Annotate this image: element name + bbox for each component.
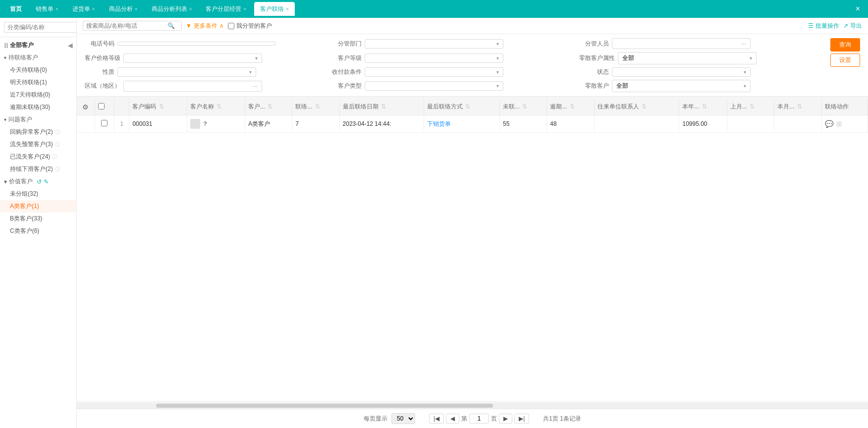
nav-tab-analysis-list[interactable]: 商品分析列表 × bbox=[146, 2, 198, 16]
filter-customer-level-select[interactable]: ▾ bbox=[365, 54, 503, 63]
th-name[interactable]: 客户名称 ⇅ bbox=[187, 99, 245, 115]
filter-customer-level-label: 客户等级 bbox=[332, 54, 362, 62]
sidebar-all-customers-header[interactable]: ⁞⁞ 全部客户 ◀ bbox=[0, 37, 76, 52]
cell-check[interactable] bbox=[95, 115, 114, 133]
setting-button[interactable]: 设置 bbox=[830, 54, 860, 67]
th-gear[interactable]: ⚙ bbox=[77, 99, 95, 115]
my-customer-checkbox[interactable] bbox=[228, 23, 234, 29]
th-code[interactable]: 客户编码 ⇅ bbox=[129, 99, 187, 115]
last-page-btn[interactable]: ▶| bbox=[514, 414, 529, 424]
sidebar-search-input[interactable] bbox=[4, 22, 77, 33]
customer-type-arrow-icon: ▾ bbox=[496, 83, 499, 89]
th-last-month[interactable]: 上月... ⇅ bbox=[727, 99, 774, 115]
sidebar-all-customers-label: 全部客户 bbox=[10, 41, 34, 50]
sidebar-item-churned[interactable]: 已流失客户(24) ⓘ bbox=[0, 151, 76, 163]
nav-tab-customer-contact[interactable]: 客户联络 × bbox=[254, 2, 295, 16]
main-search-icon[interactable]: 🔍 bbox=[167, 22, 175, 29]
sidebar-item-repurchase[interactable]: 回购异常客户(2) ⓘ bbox=[0, 126, 76, 138]
filter-retail-attr-select[interactable]: 全部▾ bbox=[618, 52, 757, 64]
query-button[interactable]: 查询 bbox=[830, 38, 860, 52]
cell-last-contact-method[interactable]: 下销货单 bbox=[424, 115, 499, 133]
sort-date-icon: ⇅ bbox=[381, 103, 386, 110]
sidebar-item-overdue[interactable]: 逾期未联络(30) bbox=[0, 101, 76, 113]
window-close-icon[interactable]: × bbox=[852, 4, 864, 13]
my-customer-checkbox-wrap[interactable]: 我分管的客户 bbox=[228, 22, 272, 30]
sidebar-collapse-icon[interactable]: ◀ bbox=[68, 42, 72, 49]
th-last-contact-method[interactable]: 最后联络方式 ⇅ bbox=[424, 99, 499, 115]
sidebar-problem-label: 问题客户 bbox=[8, 115, 32, 124]
th-check[interactable] bbox=[95, 99, 114, 115]
nav-tab-sales[interactable]: 销售单 × bbox=[30, 2, 64, 16]
sort-tmonth-icon: ⇅ bbox=[797, 103, 802, 110]
th-last-contact-date[interactable]: 最后联络日期 ⇅ bbox=[339, 99, 424, 115]
filter-phone-input[interactable] bbox=[117, 42, 276, 46]
filter-payment-select[interactable]: ▾ bbox=[365, 67, 503, 77]
nav-tab-customer-mgmt[interactable]: 客户分层经营 × bbox=[200, 2, 252, 16]
filter-retail-select[interactable]: 全部▾ bbox=[612, 80, 751, 92]
filter-price-level-select[interactable]: ▾ bbox=[123, 54, 262, 63]
row-checkbox[interactable] bbox=[101, 120, 108, 126]
cell-this-month bbox=[774, 115, 821, 133]
page-input[interactable] bbox=[469, 414, 489, 424]
nav-home[interactable]: 首页 bbox=[4, 2, 28, 16]
nav-tab-purchase-close[interactable]: × bbox=[92, 6, 95, 12]
sidebar-item-7days[interactable]: 近7天待联络(0) bbox=[0, 89, 76, 101]
sidebar-item-churn-warn[interactable]: 流失预警客户(3) ⓘ bbox=[0, 138, 76, 151]
nav-tab-customer-contact-close[interactable]: × bbox=[286, 6, 289, 12]
filter-nature-select[interactable]: ▾ bbox=[117, 67, 256, 77]
th-this-month[interactable]: 本月... ⇅ bbox=[774, 99, 821, 115]
batch-op-label: 批量操作 bbox=[815, 22, 839, 30]
batch-op-btn[interactable]: ☰ 批量操作 bbox=[808, 22, 839, 30]
prev-page-btn[interactable]: ◀ bbox=[446, 414, 459, 424]
filter-status-select[interactable]: ▾ bbox=[612, 67, 751, 77]
sidebar-item-b-class[interactable]: B类客户(33) bbox=[0, 213, 76, 225]
th-no-contact[interactable]: 未联... ⇅ bbox=[499, 99, 546, 115]
main-search-input[interactable] bbox=[86, 22, 165, 29]
sidebar-item-c-class[interactable]: C类客户(6) bbox=[0, 225, 76, 237]
next-page-btn[interactable]: ▶ bbox=[499, 414, 512, 424]
sidebar-item-tomorrow[interactable]: 明天待联络(1) bbox=[0, 76, 76, 89]
nav-tab-analysis-list-close[interactable]: × bbox=[189, 6, 192, 12]
th-level[interactable]: 客户... ⇅ bbox=[245, 99, 292, 115]
manager-dots-icon: ··· bbox=[741, 40, 746, 47]
edit-icon[interactable]: ✎ bbox=[44, 178, 49, 185]
grid-action-icon[interactable]: ⊞ bbox=[836, 120, 842, 128]
nav-tab-customer-mgmt-close[interactable]: × bbox=[243, 6, 246, 12]
export-btn[interactable]: ↗ 导出 bbox=[843, 22, 862, 30]
sidebar-item-a-class[interactable]: A类客户(1) bbox=[0, 200, 76, 213]
th-unit-contact[interactable]: 往来单位联系人 ⇅ bbox=[594, 99, 679, 115]
sidebar-value-section[interactable]: ▾ 价值客户 ↺ ✎ bbox=[0, 175, 76, 188]
customer-name-cell: ？ bbox=[190, 119, 242, 129]
refresh-icon[interactable]: ↺ bbox=[37, 178, 42, 185]
th-contact[interactable]: 联络... ⇅ bbox=[292, 99, 339, 115]
th-this-year[interactable]: 本年... ⇅ bbox=[679, 99, 727, 115]
more-filter-btn[interactable]: ▼ 更多条件 ∧ bbox=[186, 22, 224, 30]
sidebar-problem-section[interactable]: ▾ 问题客户 bbox=[0, 113, 76, 126]
filter-manager-dots[interactable]: ··· bbox=[612, 38, 751, 49]
select-all-checkbox[interactable] bbox=[98, 103, 105, 109]
nav-tab-purchase[interactable]: 进货单 × bbox=[66, 2, 101, 16]
first-page-btn[interactable]: |◀ bbox=[429, 414, 444, 424]
sidebar-item-ungrp[interactable]: 未分组(32) bbox=[0, 188, 76, 200]
payment-arrow-icon: ▾ bbox=[496, 69, 499, 75]
horizontal-scrollbar[interactable] bbox=[77, 403, 868, 409]
batch-op-icon: ☰ bbox=[808, 22, 814, 29]
sidebar-item-today[interactable]: 今天待联络(0) bbox=[0, 64, 76, 76]
sidebar-item-declining[interactable]: 持续下滑客户(2) ⓘ bbox=[0, 163, 76, 175]
filter-dept-select[interactable]: ▾ bbox=[365, 39, 503, 49]
nav-tab-analysis[interactable]: 商品分析 × bbox=[103, 2, 144, 16]
scrollbar-thumb[interactable] bbox=[156, 404, 493, 408]
filter-arrow-icon: ∧ bbox=[219, 22, 224, 29]
nav-tab-sales-close[interactable]: × bbox=[55, 6, 58, 12]
sort-lmonth-icon: ⇅ bbox=[750, 103, 755, 110]
th-overdue[interactable]: 逾期... ⇅ bbox=[547, 99, 594, 115]
sidebar-pending-contact-section[interactable]: ▾ 待联络客户 bbox=[0, 52, 76, 64]
per-page-select[interactable]: 50 bbox=[391, 413, 415, 424]
sidebar-item-a-class-label: A类客户(1) bbox=[10, 202, 39, 211]
nav-tab-analysis-close[interactable]: × bbox=[135, 6, 138, 12]
filter-customer-type-select[interactable]: ▾ bbox=[365, 81, 503, 91]
last-contact-method-link[interactable]: 下销货单 bbox=[427, 120, 451, 127]
filter-region-dots[interactable]: ··· bbox=[123, 81, 262, 92]
gear-icon[interactable]: ⚙ bbox=[82, 103, 89, 111]
chat-action-icon[interactable]: 💬 bbox=[825, 120, 833, 128]
